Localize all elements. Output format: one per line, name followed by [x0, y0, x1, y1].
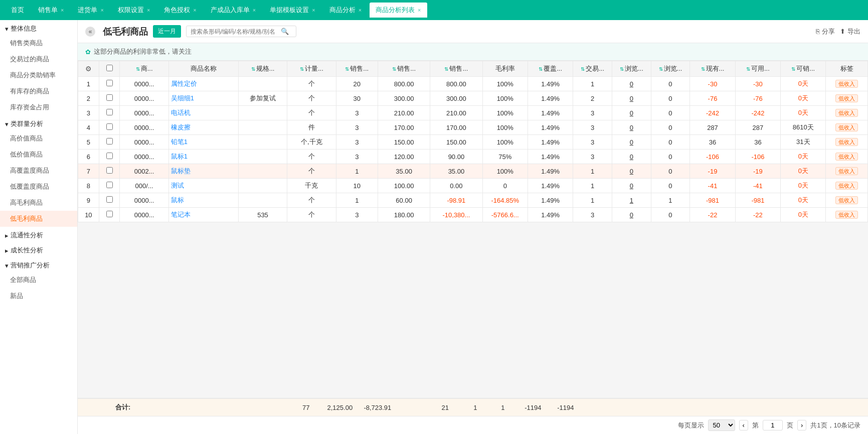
sidebar-item-销售类商品[interactable]: 销售类商品	[0, 35, 77, 51]
nav-item-analysis-list[interactable]: 商品分析列表 ×	[370, 3, 427, 18]
row-checkbox[interactable]	[106, 94, 113, 101]
cell-sales1: 3	[336, 135, 378, 150]
row-checkbox[interactable]	[106, 182, 113, 188]
cell-name[interactable]: 鼠标垫	[168, 164, 238, 179]
close-analysis-list-icon[interactable]: ×	[418, 7, 421, 13]
nav-item-product-in[interactable]: 产成品入库单 ×	[205, 3, 262, 18]
nav-item-home[interactable]: 首页	[5, 3, 30, 18]
nav-item-sales[interactable]: 销售单 ×	[32, 3, 70, 18]
sidebar-item-高价值商品[interactable]: 高价值商品	[0, 130, 77, 147]
cell-available: -30	[735, 77, 780, 91]
sidebar-item-低覆盖度商品[interactable]: 低覆盖度商品	[0, 179, 77, 195]
row-checkbox[interactable]	[106, 138, 113, 144]
cell-name[interactable]: 橡皮擦	[168, 120, 238, 135]
nav-item-analysis[interactable]: 商品分析 ×	[323, 3, 368, 18]
sidebar-group-流通性分析[interactable]: ▸ 流通性分析	[0, 227, 77, 242]
cell-name[interactable]: 鼠标1	[168, 150, 238, 164]
close-sales-icon[interactable]: ×	[61, 7, 64, 13]
cell-checkbox[interactable]	[99, 91, 120, 106]
sidebar-item-高覆盖度商品[interactable]: 高覆盖度商品	[0, 163, 77, 179]
cell-sellable: 0天	[781, 164, 826, 179]
close-template-icon[interactable]: ×	[312, 7, 315, 13]
cell-view1[interactable]: 0	[612, 208, 651, 222]
sidebar-item-库存资金占用[interactable]: 库存资金占用	[0, 99, 77, 115]
close-analysis-icon[interactable]: ×	[359, 7, 362, 13]
time-filter-btn[interactable]: 近一月	[153, 25, 181, 38]
close-roles-icon[interactable]: ×	[193, 7, 196, 13]
next-page-btn[interactable]: ›	[797, 420, 806, 430]
cell-sales1: 3	[336, 208, 378, 222]
close-permissions-icon[interactable]: ×	[147, 7, 150, 13]
select-all-checkbox[interactable]	[106, 65, 113, 71]
cell-unit: 个	[287, 164, 336, 179]
cell-view1[interactable]: 0	[612, 106, 651, 120]
cell-checkbox[interactable]	[99, 208, 120, 222]
row-checkbox[interactable]	[106, 123, 113, 130]
page-input[interactable]	[763, 420, 783, 430]
share-btn[interactable]: ⎘ 分享	[816, 27, 835, 36]
cell-checkbox[interactable]	[99, 150, 120, 164]
cell-view1[interactable]: 0	[612, 120, 651, 135]
sidebar-group-营销推广分析[interactable]: ▾ 营销推广分析	[0, 257, 77, 272]
nav-item-purchase[interactable]: 进货单 ×	[72, 3, 109, 18]
cell-checkbox[interactable]	[99, 135, 120, 150]
prev-page-btn[interactable]: ‹	[739, 420, 748, 430]
sidebar-item-新品[interactable]: 新品	[0, 288, 77, 304]
sidebar-group-成长性分析[interactable]: ▸ 成长性分析	[0, 242, 77, 257]
cell-checkbox[interactable]	[99, 179, 120, 193]
search-input[interactable]	[191, 28, 281, 35]
cell-name[interactable]: 测试	[168, 179, 238, 193]
sidebar-group-类群量分析[interactable]: ▾ 类群量分析	[0, 115, 77, 130]
cell-coverage: 1.49%	[528, 179, 573, 193]
cell-view1[interactable]: 0	[612, 135, 651, 150]
cell-name[interactable]: 吴细细1	[168, 91, 238, 106]
sidebar-item-高毛利商品[interactable]: 高毛利商品	[0, 195, 77, 211]
sidebar-item-低毛利商品[interactable]: 低毛利商品	[0, 211, 77, 227]
cell-name[interactable]: 笔记本	[168, 208, 238, 222]
sidebar-item-低价值商品[interactable]: 低价值商品	[0, 147, 77, 163]
row-checkbox[interactable]	[106, 80, 113, 86]
cell-view1[interactable]: 1	[612, 193, 651, 208]
cell-view1[interactable]: 0	[612, 179, 651, 193]
collapse-sidebar-btn[interactable]: «	[85, 27, 95, 37]
cell-view1[interactable]: 0	[612, 91, 651, 106]
nav-item-roles[interactable]: 角色授权 ×	[158, 3, 202, 18]
close-product-in-icon[interactable]: ×	[253, 7, 256, 13]
sidebar-group-整体信息[interactable]: ▾ 整体信息	[0, 20, 77, 35]
cell-view1[interactable]: 0	[612, 77, 651, 91]
cell-current: -41	[690, 179, 735, 193]
row-checkbox[interactable]	[106, 167, 113, 174]
cell-name[interactable]: 鼠标	[168, 193, 238, 208]
cell-checkbox[interactable]	[99, 120, 120, 135]
per-page-select[interactable]: 50 100 200	[708, 419, 735, 431]
row-checkbox[interactable]	[106, 211, 113, 217]
sidebar-item-有库存的商品[interactable]: 有库存的商品	[0, 83, 77, 99]
sidebar-item-全部商品[interactable]: 全部商品	[0, 272, 77, 288]
cell-name[interactable]: 铅笔1	[168, 135, 238, 150]
cell-checkbox[interactable]	[99, 164, 120, 179]
cell-checkbox[interactable]	[99, 193, 120, 208]
cell-name[interactable]: 电话机	[168, 106, 238, 120]
col-checkbox[interactable]	[99, 61, 120, 77]
cell-checkbox[interactable]	[99, 106, 120, 120]
cell-view1[interactable]: 0	[612, 164, 651, 179]
sidebar-item-商品分类助销率[interactable]: 商品分类助销率	[0, 67, 77, 83]
cell-view1[interactable]: 0	[612, 150, 651, 164]
nav-item-template[interactable]: 单据模板设置 ×	[264, 3, 321, 18]
cell-checkbox[interactable]	[99, 77, 120, 91]
cell-name[interactable]: 属性定价	[168, 77, 238, 91]
sidebar-item-交易过的商品[interactable]: 交易过的商品	[0, 51, 77, 67]
nav-item-permissions[interactable]: 权限设置 ×	[112, 3, 156, 18]
export-btn[interactable]: ⬆ 导出	[840, 27, 860, 36]
cell-current: -981	[690, 193, 735, 208]
row-checkbox[interactable]	[106, 153, 113, 159]
cell-tag: 低收入	[826, 208, 868, 222]
cell-margin: 100%	[482, 106, 528, 120]
table-row: 9 0000... 鼠标 个 1 60.00 -98.91 -164.85% 1…	[78, 193, 868, 208]
close-purchase-icon[interactable]: ×	[100, 7, 103, 13]
row-checkbox[interactable]	[106, 109, 113, 115]
col-settings[interactable]: ⚙	[78, 61, 99, 77]
cell-sellable: 0天	[781, 150, 826, 164]
search-icon[interactable]: 🔍	[281, 28, 289, 35]
row-checkbox[interactable]	[106, 196, 113, 203]
